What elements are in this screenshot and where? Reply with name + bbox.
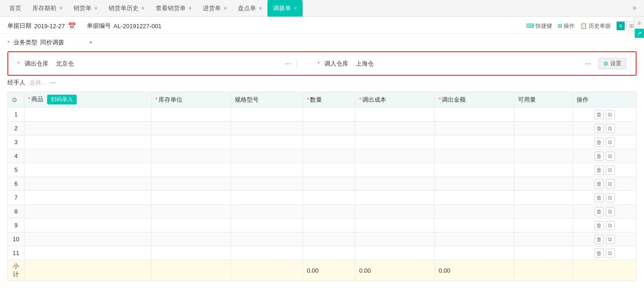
panel-list-icon[interactable]: ≡	[635, 18, 644, 28]
row-product-10[interactable]	[24, 232, 152, 246]
tab-purchase-order[interactable]: 进货单 ×	[197, 0, 232, 17]
tab-label-purchase-order: 进货单	[203, 4, 221, 12]
row-product-6[interactable]	[24, 177, 152, 191]
col-header-settings[interactable]: ⚙	[8, 92, 24, 108]
col-label-cost: 调出成本	[362, 96, 386, 103]
row-available-3	[514, 135, 573, 149]
history-button[interactable]: 📋 历史单据	[580, 22, 611, 30]
delete-row-icon[interactable]: 🗑	[595, 235, 604, 244]
table-settings-icon[interactable]: ⚙	[12, 96, 18, 104]
settings-label: 设置	[610, 60, 621, 67]
delete-row-icon[interactable]: 🗑	[595, 193, 604, 202]
row-product-9[interactable]	[24, 219, 152, 232]
window-close-button[interactable]: ×	[629, 4, 640, 12]
tab-close-inventory-init[interactable]: ×	[59, 5, 62, 12]
warehouse-out-label: 调出仓库	[24, 60, 49, 68]
row-action-5: 🗑 ⧉	[573, 163, 637, 177]
tab-sales-history[interactable]: 销货单历史 ×	[103, 0, 150, 17]
col-label-product: 商品	[31, 96, 43, 103]
calendar-icon[interactable]: 📅	[68, 22, 76, 30]
copy-row-icon[interactable]: ⧉	[606, 152, 615, 161]
form-header: 单据日期 2019-12-27 📅 单据编号 AL-20191227-001 ⌨…	[0, 17, 644, 34]
row-amount-8	[435, 205, 514, 219]
panel-export-icon[interactable]: ↗	[635, 29, 644, 38]
copy-row-icon[interactable]: ⧉	[606, 207, 615, 216]
tab-inventory-check[interactable]: 盘点单 ×	[232, 0, 267, 17]
business-type-dropdown[interactable]: 同价调拨 ▼	[40, 38, 93, 47]
row-unit-5	[152, 163, 231, 177]
warehouse-out-value[interactable]: 北京仓	[56, 60, 74, 68]
row-action-1: 🗑 ⧉	[573, 108, 637, 122]
col-header-unit: *库存单位	[152, 92, 231, 108]
delete-row-icon[interactable]: 🗑	[595, 138, 604, 147]
subtotal-label-cell: 小计	[8, 260, 24, 281]
tab-label-inventory-check: 盘点单	[238, 4, 256, 12]
row-unit-1	[152, 108, 231, 122]
delete-row-icon[interactable]: 🗑	[595, 221, 604, 230]
copy-row-icon[interactable]: ⧉	[606, 179, 615, 189]
copy-row-icon[interactable]: ⧉	[606, 138, 615, 147]
delete-row-icon[interactable]: 🗑	[595, 207, 604, 216]
warehouse-in-more-button[interactable]: ···	[581, 60, 595, 68]
copy-row-icon[interactable]: ⧉	[606, 221, 615, 230]
handler-more-button[interactable]: ···	[50, 79, 56, 87]
table-row: 7 🗑 ⧉	[8, 191, 637, 205]
row-product-5[interactable]	[24, 163, 152, 177]
tab-label-sales-history: 销货单历史	[109, 4, 139, 12]
row-cost-9	[355, 219, 435, 232]
delete-row-icon[interactable]: 🗑	[595, 124, 604, 133]
scan-button[interactable]: 扫码录入	[47, 95, 77, 104]
row-unit-10	[152, 232, 231, 246]
copy-row-icon[interactable]: ⧉	[606, 165, 615, 175]
table-row: 11 🗑 ⧉	[8, 246, 637, 260]
handler-input[interactable]: 选择...	[29, 79, 46, 87]
tab-inventory-init[interactable]: 库存期初 ×	[27, 0, 68, 17]
row-product-8[interactable]	[24, 205, 152, 219]
row-product-7[interactable]	[24, 191, 152, 205]
warehouse-out-field: * 调出仓库 北京仓 ···	[18, 60, 295, 68]
row-product-11[interactable]	[24, 246, 152, 260]
row-product-1[interactable]	[24, 108, 152, 122]
row-available-5	[514, 163, 573, 177]
delete-row-icon[interactable]: 🗑	[595, 179, 604, 189]
row-amount-5	[435, 163, 514, 177]
date-value[interactable]: 2019-12-27	[34, 23, 65, 30]
copy-row-icon[interactable]: ⧉	[606, 110, 615, 119]
operations-button[interactable]: ⊞ 操作	[558, 22, 575, 30]
row-product-4[interactable]	[24, 149, 152, 163]
row-product-3[interactable]	[24, 135, 152, 149]
delete-row-icon[interactable]: 🗑	[595, 152, 604, 161]
tab-close-sales-history[interactable]: ×	[141, 5, 145, 12]
tab-home[interactable]: 首页	[4, 0, 27, 17]
row-num-2: 2	[8, 122, 24, 135]
warehouse-in-value[interactable]: 上海仓	[356, 60, 374, 68]
tab-view-sales[interactable]: 查看销货单 ×	[150, 0, 197, 17]
tab-bar: 首页 库存期初 × 销货单 × 销货单历史 × 查看销货单 × 进货单 × 盘点…	[0, 0, 644, 17]
copy-row-icon[interactable]: ⧉	[606, 124, 615, 133]
delete-row-icon[interactable]: 🗑	[595, 249, 604, 258]
tab-close-sales-order[interactable]: ×	[94, 5, 97, 12]
warehouse-out-more-button[interactable]: ···	[281, 60, 295, 68]
row-qty-8	[303, 205, 355, 219]
row-qty-6	[303, 177, 355, 191]
row-amount-7	[435, 191, 514, 205]
list-view-button[interactable]: ≡	[616, 21, 625, 31]
copy-row-icon[interactable]: ⧉	[606, 193, 615, 202]
tab-close-purchase-order[interactable]: ×	[224, 5, 227, 12]
row-spec-7	[231, 191, 303, 205]
row-action-9: 🗑 ⧉	[573, 219, 637, 232]
copy-row-icon[interactable]: ⧉	[606, 235, 615, 244]
tab-close-view-sales[interactable]: ×	[188, 5, 192, 12]
tab-sales-order[interactable]: 销货单 ×	[68, 0, 103, 17]
tab-transfer-order[interactable]: 调拨单 ×	[267, 0, 303, 17]
copy-row-icon[interactable]: ⧉	[606, 249, 615, 258]
tab-close-inventory-check[interactable]: ×	[259, 5, 262, 12]
row-product-2[interactable]	[24, 122, 152, 135]
delete-row-icon[interactable]: 🗑	[595, 165, 604, 175]
shortcuts-button[interactable]: ⌨ 快捷键	[526, 22, 552, 30]
delete-row-icon[interactable]: 🗑	[595, 110, 604, 119]
row-available-10	[514, 232, 573, 246]
tab-close-transfer-order[interactable]: ×	[294, 5, 297, 12]
business-type-value: 同价调拨	[40, 38, 86, 47]
settings-button[interactable]: ⚙ 设置	[598, 58, 626, 69]
